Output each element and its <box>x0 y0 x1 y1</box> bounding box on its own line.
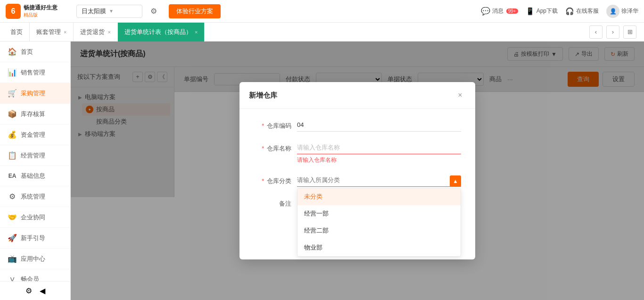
guide-icon: 🚀 <box>8 233 17 242</box>
close-tab-returns[interactable]: × <box>107 29 110 35</box>
purchase-icon: 🛒 <box>8 89 17 98</box>
online-service-btn[interactable]: 🎧 在线客服 <box>565 7 599 16</box>
tabbar: 首页 账套管理 × 进货退货 × 进货单统计表（按商品） × ‹ › ⊞ <box>0 23 644 42</box>
sidebar-item-system[interactable]: ⚙ 系统管理 <box>0 186 70 207</box>
sidebar-item-inventory[interactable]: 📦 库存核算 <box>0 104 70 125</box>
store-selector[interactable]: 日太阳膜 ▼ <box>76 5 142 18</box>
finance-icon: 💰 <box>8 130 17 139</box>
sidebar-item-home[interactable]: 🏠 首页 <box>0 42 70 62</box>
modal-overlay: 新增仓库 × * 仓库编码 <box>71 42 644 300</box>
modal-close-button[interactable]: × <box>454 90 466 101</box>
sidebar: 🏠 首页 📊 销售管理 🛒 采购管理 📦 库存核算 💰 资金管理 📋 经 <box>0 42 71 300</box>
sidebar-item-finance[interactable]: 💰 资金管理 <box>0 125 70 145</box>
modal-body: * 仓库编码 * 仓库名称 <box>239 109 475 228</box>
sidebar-item-purchase[interactable]: 🛒 采购管理 <box>0 83 70 104</box>
tab-returns[interactable]: 进货退货 × <box>74 23 117 42</box>
app-download-btn[interactable]: 📱 App下载 <box>526 7 558 16</box>
tab-accounts[interactable]: 账套管理 × <box>30 23 74 42</box>
logo-icon: 6 <box>6 4 21 19</box>
code-input[interactable] <box>297 118 461 132</box>
category-dropdown-btn[interactable]: ▲ <box>450 175 461 187</box>
logo-area: 6 畅捷通好生意 精品版 <box>6 4 76 19</box>
tab-action-prev[interactable]: ‹ <box>589 25 603 39</box>
close-tab-accounts[interactable]: × <box>64 29 66 35</box>
trial-button[interactable]: 体验行业方案 <box>169 4 221 18</box>
main-layout: 🏠 首页 📊 销售管理 🛒 采购管理 📦 库存核算 💰 资金管理 📋 经 <box>0 42 644 300</box>
system-icon: ⚙ <box>8 192 17 201</box>
basic-info-icon: EA <box>8 173 17 179</box>
new-warehouse-modal: 新增仓库 × * 仓库编码 <box>239 82 475 259</box>
sidebar-item-operations[interactable]: 📋 经营管理 <box>0 145 70 166</box>
avatar: 👤 <box>606 5 619 18</box>
home-icon: 🏠 <box>8 47 17 56</box>
logo-text: 畅捷通好生意 精品版 <box>24 4 58 18</box>
apps-icon: 📺 <box>8 254 17 263</box>
modal-title: 新增仓库 <box>249 91 277 100</box>
notes-label: 备注 <box>254 196 291 208</box>
sales-icon: 📊 <box>8 68 17 77</box>
sidebar-item-apps[interactable]: 📺 应用中心 <box>0 249 70 269</box>
tab-action-menu[interactable]: ⊞ <box>623 25 636 39</box>
settings-icon[interactable]: ⚙ <box>146 4 161 19</box>
dropdown-item-dept1[interactable]: 经营一部 <box>297 205 461 222</box>
name-field: 请输入仓库名称 <box>297 141 461 164</box>
form-row-code: * 仓库编码 <box>254 118 461 132</box>
tabbar-actions: ‹ › ⊞ <box>589 25 640 39</box>
modal-header: 新增仓库 × <box>239 82 475 109</box>
sidebar-item-basic-info[interactable]: EA 基础信息 <box>0 166 70 186</box>
dropdown-item-uncategorized[interactable]: 未分类 <box>297 188 461 205</box>
member-icon: V <box>8 276 17 282</box>
collab-icon: 🤝 <box>8 213 17 222</box>
sidebar-item-member[interactable]: V 畅会员 <box>0 269 70 281</box>
category-label: * 仓库分类 <box>254 174 291 185</box>
form-row-name: * 仓库名称 请输入仓库名称 <box>254 141 461 164</box>
sidebar-footer: ⚙ ◀ <box>0 281 70 300</box>
sidebar-item-sales[interactable]: 📊 销售管理 <box>0 62 70 83</box>
sidebar-toggle-icon[interactable]: ◀ <box>40 286 45 295</box>
code-field <box>297 118 461 132</box>
notifications-btn[interactable]: 💬 消息 99+ <box>481 7 518 16</box>
dropdown-item-property[interactable]: 物业部 <box>297 239 461 256</box>
name-input[interactable] <box>297 141 461 154</box>
category-field: ▲ 未分类 经营一部 经营二部 物业部 <box>297 174 461 187</box>
tab-purchase-stats[interactable]: 进货单统计表（按商品） × <box>118 23 205 42</box>
name-label: * 仓库名称 <box>254 141 291 153</box>
topbar: 6 畅捷通好生意 精品版 日太阳膜 ▼ ⚙ 体验行业方案 💬 消息 99+ 📱 … <box>0 0 644 23</box>
content-area: 进货单统计(按商品) 🖨 按模板打印 ▼ ↗ 导出 ↻ 刷新 <box>71 42 644 300</box>
operations-icon: 📋 <box>8 151 17 160</box>
form-row-category: * 仓库分类 ▲ 未分类 经营一部 经营二部 物业部 <box>254 174 461 187</box>
dropdown-item-dept2[interactable]: 经营二部 <box>297 222 461 239</box>
sidebar-settings-icon[interactable]: ⚙ <box>25 286 32 295</box>
code-label: * 仓库编码 <box>254 118 291 130</box>
tab-home[interactable]: 首页 <box>4 23 30 42</box>
sidebar-item-guide[interactable]: 🚀 新手引导 <box>0 228 70 249</box>
close-tab-stats[interactable]: × <box>195 29 198 35</box>
category-dropdown: 未分类 经营一部 经营二部 物业部 <box>297 188 461 257</box>
topbar-right: 💬 消息 99+ 📱 App下载 🎧 在线客服 👤 徐泽华 <box>481 5 638 18</box>
category-input[interactable] <box>297 174 461 187</box>
name-error-msg: 请输入仓库名称 <box>297 156 461 164</box>
sidebar-item-collab[interactable]: 🤝 企业协同 <box>0 207 70 228</box>
inventory-icon: 📦 <box>8 109 17 118</box>
tab-action-next[interactable]: › <box>606 25 619 39</box>
user-profile[interactable]: 👤 徐泽华 <box>606 5 638 18</box>
